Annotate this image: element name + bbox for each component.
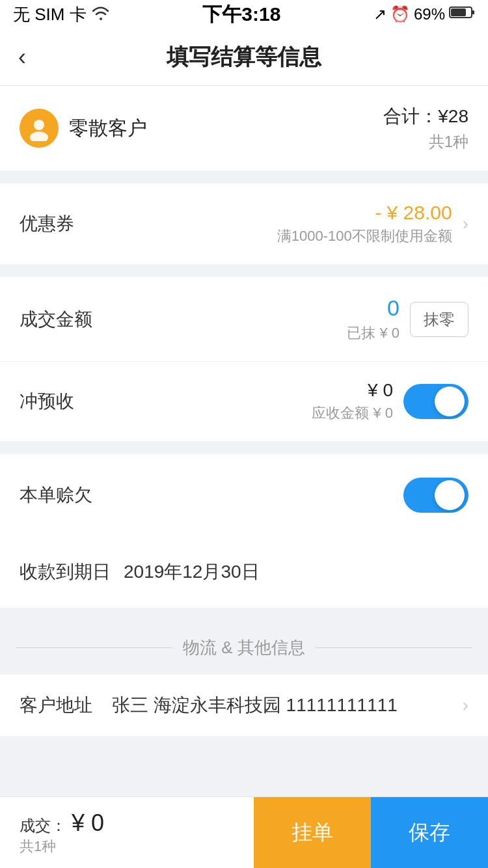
divider-1 — [0, 170, 488, 183]
deal-amount-value: 0 — [347, 295, 400, 321]
coupon-row[interactable]: 优惠券 - ¥ 28.00 满1000-100不限制使用金额 › — [0, 183, 488, 264]
bottom-count: 共1种 — [20, 837, 234, 856]
credit-section: 本单赊欠 收款到期日 2019年12月30日 — [0, 454, 488, 608]
duedate-label: 收款到期日 — [20, 560, 111, 584]
battery-icon — [449, 5, 475, 23]
customer-left: 零散客户 — [20, 109, 147, 148]
svg-rect-2 — [451, 8, 466, 16]
status-right: ↗ ⏰ 69% — [373, 5, 475, 23]
customer-right: 合计：¥28 共1种 — [383, 104, 468, 152]
deal-amount-sub: 已抹 ¥ 0 — [347, 323, 400, 343]
bottom-bar: 成交： ¥ 0 共1种 挂单 保存 — [0, 796, 488, 868]
page-title: 填写结算等信息 — [167, 42, 321, 72]
svg-point-4 — [30, 131, 48, 141]
logistics-section-header: 物流 & 其他信息 — [0, 621, 488, 675]
coupon-right: - ¥ 28.00 满1000-100不限制使用金额 › — [277, 202, 468, 246]
header-line-left — [16, 647, 172, 648]
alarm-icon: ⏰ — [390, 5, 410, 23]
address-label: 客户地址 — [20, 693, 92, 718]
prepay-value-group: ¥ 0 应收金额 ¥ 0 — [312, 380, 393, 423]
prepay-row: 冲预收 ¥ 0 应收金额 ¥ 0 — [0, 362, 488, 441]
prepay-right: ¥ 0 应收金额 ¥ 0 — [312, 380, 468, 423]
address-chevron-icon: › — [463, 695, 468, 716]
save-button[interactable]: 保存 — [371, 797, 488, 868]
credit-row: 本单赊欠 — [0, 454, 488, 536]
customer-total: 合计：¥28 — [383, 104, 468, 129]
sim-status: 无 SIM 卡 — [13, 3, 87, 26]
credit-toggle[interactable] — [403, 478, 468, 513]
customer-section: 零散客户 合计：¥28 共1种 — [0, 86, 488, 170]
svg-rect-1 — [472, 10, 474, 14]
prepay-toggle[interactable] — [403, 384, 468, 419]
back-button[interactable]: ‹ — [18, 44, 26, 71]
coupon-desc: 满1000-100不限制使用金额 — [277, 226, 452, 246]
address-row[interactable]: 客户地址 张三 海淀永丰科技园 11111111111 › — [0, 675, 488, 736]
nav-bar: ‹ 填写结算等信息 — [0, 29, 488, 86]
status-bar: 无 SIM 卡 下午3:18 ↗ ⏰ 69% — [0, 0, 488, 29]
deal-amount-value-group: 0 已抹 ¥ 0 — [347, 295, 400, 343]
customer-name: 零散客户 — [69, 115, 147, 142]
prepay-label: 冲预收 — [20, 389, 98, 414]
coupon-value-group: - ¥ 28.00 满1000-100不限制使用金额 — [277, 202, 452, 246]
prepay-value: ¥ 0 — [312, 380, 393, 401]
status-left: 无 SIM 卡 — [13, 3, 110, 26]
coupon-chevron-icon: › — [463, 213, 468, 234]
svg-point-3 — [34, 120, 44, 130]
divider-2 — [0, 264, 488, 277]
location-icon: ↗ — [373, 5, 386, 23]
credit-toggle-knob — [435, 480, 465, 510]
duedate-row: 收款到期日 2019年12月30日 — [0, 536, 488, 608]
address-value: 张三 海淀永丰科技园 11111111111 — [112, 693, 443, 718]
status-time: 下午3:18 — [202, 1, 280, 28]
deal-amount-label: 成交金额 — [20, 307, 98, 332]
coupon-amount: - ¥ 28.00 — [277, 202, 452, 224]
customer-avatar — [20, 109, 59, 148]
deal-section: 成交金额 0 已抹 ¥ 0 抹零 冲预收 ¥ 0 应收金额 ¥ 0 — [0, 277, 488, 441]
bottom-deal-amount: ¥ 0 — [72, 809, 104, 837]
round-zero-button[interactable]: 抹零 — [410, 302, 468, 337]
divider-3 — [0, 441, 488, 454]
address-section: 客户地址 张三 海淀永丰科技园 11111111111 › — [0, 675, 488, 736]
battery-level: 69% — [414, 5, 445, 23]
header-line-right — [316, 647, 472, 648]
pending-button[interactable]: 挂单 — [254, 797, 371, 868]
credit-label: 本单赊欠 — [20, 483, 92, 508]
divider-4 — [0, 608, 488, 621]
bottom-info: 成交： ¥ 0 共1种 — [0, 797, 254, 868]
bottom-deal-label: 成交： — [20, 815, 66, 836]
prepay-sub: 应收金额 ¥ 0 — [312, 403, 393, 423]
deal-amount-right: 0 已抹 ¥ 0 抹零 — [347, 295, 468, 343]
deal-amount-row: 成交金额 0 已抹 ¥ 0 抹零 — [0, 277, 488, 362]
logistics-header-label: 物流 & 其他信息 — [183, 636, 305, 659]
customer-count: 共1种 — [383, 131, 468, 152]
wifi-icon — [92, 5, 110, 25]
coupon-label: 优惠券 — [20, 211, 98, 236]
prepay-toggle-knob — [435, 387, 465, 416]
coupon-section: 优惠券 - ¥ 28.00 满1000-100不限制使用金额 › — [0, 183, 488, 264]
content: 零散客户 合计：¥28 共1种 优惠券 - ¥ 28.00 满1000-100不… — [0, 86, 488, 868]
duedate-value: 2019年12月30日 — [124, 560, 260, 584]
